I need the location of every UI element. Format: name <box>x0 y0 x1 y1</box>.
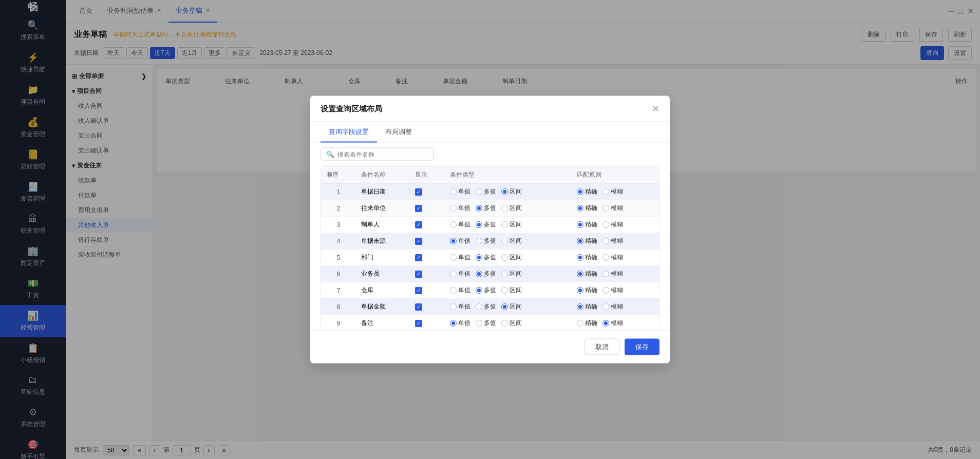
row-name: 仓库 <box>356 282 410 298</box>
radio-single[interactable]: 单值 <box>450 286 470 295</box>
radio-circle <box>450 221 457 228</box>
radio-single[interactable]: 单值 <box>450 187 470 196</box>
row-order: 6 <box>321 265 356 282</box>
radio-circle <box>602 188 609 195</box>
dialog-table: 顺序 条件名称 显示 条件类型 匹配原则 1单据日期✓单值多值区间精确模糊2往来… <box>321 166 659 330</box>
radio-fuzzy[interactable]: 模糊 <box>602 253 623 262</box>
radio-circle <box>476 205 482 212</box>
display-checkbox[interactable]: ✓ <box>415 303 422 310</box>
radio-exact[interactable]: 精确 <box>577 220 597 229</box>
radio-exact[interactable]: 精确 <box>577 204 597 213</box>
row-name: 业务员 <box>356 265 410 282</box>
radio-single[interactable]: 单值 <box>450 220 470 229</box>
radio-multi[interactable]: 多值 <box>476 237 496 245</box>
cancel-button[interactable]: 取消 <box>585 339 619 355</box>
display-checkbox[interactable]: ✓ <box>415 221 422 228</box>
display-checkbox[interactable]: ✓ <box>415 237 422 244</box>
radio-circle <box>450 287 457 294</box>
radio-circle <box>577 271 583 277</box>
radio-exact[interactable]: 精确 <box>577 237 597 245</box>
radio-range[interactable]: 区间 <box>501 187 522 196</box>
radio-circle <box>450 271 457 277</box>
radio-fuzzy[interactable]: 模糊 <box>602 237 623 245</box>
radio-range[interactable]: 区间 <box>501 253 522 262</box>
radio-circle <box>450 303 457 310</box>
radio-multi[interactable]: 多值 <box>476 204 496 213</box>
radio-exact[interactable]: 精确 <box>577 302 597 311</box>
radio-circle <box>602 205 609 212</box>
radio-circle <box>501 238 508 244</box>
radio-single[interactable]: 单值 <box>450 319 470 328</box>
radio-range[interactable]: 区间 <box>501 302 522 311</box>
table-row: 1单据日期✓单值多值区间精确模糊 <box>321 183 659 200</box>
radio-range[interactable]: 区间 <box>501 220 522 229</box>
dialog-search-area: 🔍 <box>310 143 670 166</box>
radio-circle <box>450 320 457 327</box>
save-dialog-button[interactable]: 保存 <box>625 339 659 355</box>
radio-single[interactable]: 单值 <box>450 270 470 278</box>
radio-multi[interactable]: 多值 <box>476 220 496 229</box>
radio-multi[interactable]: 多值 <box>476 253 496 262</box>
dialog-tabs: 查询字段设置 布局调整 <box>310 122 670 143</box>
radio-fuzzy[interactable]: 模糊 <box>602 319 623 328</box>
search-input[interactable] <box>337 150 428 158</box>
radio-range[interactable]: 区间 <box>501 270 522 278</box>
display-checkbox[interactable]: ✓ <box>415 319 422 327</box>
radio-circle <box>501 320 508 327</box>
radio-circle <box>450 205 457 212</box>
radio-multi[interactable]: 多值 <box>476 187 496 196</box>
radio-range[interactable]: 区间 <box>501 204 522 213</box>
radio-fuzzy[interactable]: 模糊 <box>602 220 623 229</box>
radio-exact[interactable]: 精确 <box>577 270 597 278</box>
radio-multi[interactable]: 多值 <box>476 302 496 311</box>
dialog-header: 设置查询区域布局 ✕ <box>310 96 670 122</box>
radio-exact[interactable]: 精确 <box>577 253 597 262</box>
row-order: 1 <box>321 183 356 200</box>
table-row: 5部门✓单值多值区间精确模糊 <box>321 249 659 265</box>
search-icon: 🔍 <box>326 150 334 158</box>
radio-exact[interactable]: 精确 <box>577 319 597 328</box>
radio-fuzzy[interactable]: 模糊 <box>602 286 623 295</box>
radio-circle <box>602 303 609 310</box>
tab-query-fields[interactable]: 查询字段设置 <box>321 122 377 143</box>
display-checkbox[interactable]: ✓ <box>415 188 422 195</box>
radio-circle <box>501 254 508 261</box>
radio-fuzzy[interactable]: 模糊 <box>602 204 623 213</box>
radio-exact[interactable]: 精确 <box>577 187 597 196</box>
search-input-wrap[interactable]: 🔍 <box>321 148 434 161</box>
radio-fuzzy[interactable]: 模糊 <box>602 302 623 311</box>
tab-layout[interactable]: 布局调整 <box>377 122 420 143</box>
row-name: 单据来源 <box>356 233 410 249</box>
radio-range[interactable]: 区间 <box>501 319 522 328</box>
radio-exact[interactable]: 精确 <box>577 286 597 295</box>
radio-single[interactable]: 单值 <box>450 302 470 311</box>
radio-range[interactable]: 区间 <box>501 286 522 295</box>
display-checkbox[interactable]: ✓ <box>415 254 422 261</box>
row-order: 5 <box>321 249 356 265</box>
radio-single[interactable]: 单值 <box>450 237 470 245</box>
radio-fuzzy[interactable]: 模糊 <box>602 270 623 278</box>
radio-circle <box>476 287 482 294</box>
radio-circle <box>476 221 482 228</box>
display-checkbox[interactable]: ✓ <box>415 270 422 277</box>
dialog-close-button[interactable]: ✕ <box>652 103 659 114</box>
radio-circle <box>602 221 609 228</box>
radio-multi[interactable]: 多值 <box>476 286 496 295</box>
radio-multi[interactable]: 多值 <box>476 319 496 328</box>
display-checkbox[interactable]: ✓ <box>415 286 422 294</box>
row-name: 部门 <box>356 249 410 265</box>
display-checkbox[interactable]: ✓ <box>415 204 422 212</box>
table-row: 9备注✓单值多值区间精确模糊 <box>321 315 659 330</box>
radio-fuzzy[interactable]: 模糊 <box>602 187 623 196</box>
col-name: 条件名称 <box>356 166 410 184</box>
row-order: 8 <box>321 298 356 315</box>
radio-circle <box>602 320 609 327</box>
radio-single[interactable]: 单值 <box>450 253 470 262</box>
col-order: 顺序 <box>321 166 356 184</box>
radio-multi[interactable]: 多值 <box>476 270 496 278</box>
radio-circle <box>476 238 482 244</box>
col-match: 匹配原则 <box>572 166 659 184</box>
radio-range[interactable]: 区间 <box>501 237 522 245</box>
radio-single[interactable]: 单值 <box>450 204 470 213</box>
radio-circle <box>476 188 482 195</box>
